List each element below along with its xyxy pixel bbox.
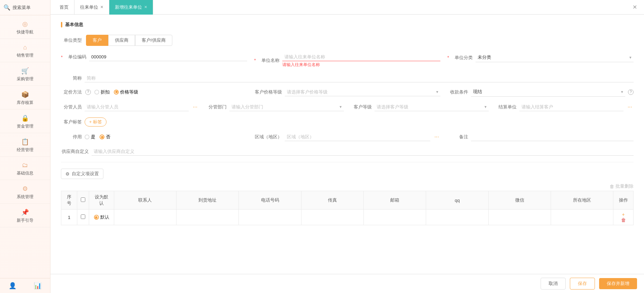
form-area: 基本信息 单位类型 客户 供应商 客户/供应商 * 单位编码 * 单位名: [50, 15, 644, 274]
gear-icon: ⚙: [65, 171, 70, 177]
price-level-input[interactable]: [285, 88, 435, 96]
row-address[interactable]: [176, 210, 239, 225]
col-region: 所在地区: [551, 191, 613, 210]
row-delete-btn[interactable]: 🗑: [621, 217, 626, 223]
cancel-button[interactable]: 取消: [541, 278, 566, 290]
tab-partners-close[interactable]: ✕: [100, 5, 103, 9]
save-new-button[interactable]: 保存并新增: [599, 278, 637, 289]
select-all-checkbox[interactable]: [81, 197, 85, 202]
name-input[interactable]: [282, 53, 440, 61]
row-email[interactable]: [363, 210, 426, 225]
email-input[interactable]: [367, 215, 422, 220]
table-row: 1 默认: [61, 210, 634, 225]
custom-settings-label: 自定义项设置: [72, 171, 99, 177]
settlement-dots-btn[interactable]: ···: [626, 104, 634, 110]
contact-input[interactable]: [118, 215, 173, 220]
supplier-custom-input[interactable]: [92, 147, 634, 156]
payment-help-icon[interactable]: ?: [628, 89, 634, 95]
purchase-icon: 🛒: [21, 67, 29, 75]
tab-partners[interactable]: 往来单位 ✕: [74, 0, 109, 15]
tab-home[interactable]: 首页: [54, 0, 74, 15]
disabled-yes[interactable]: 是: [85, 134, 95, 140]
col-contact: 联系人: [114, 191, 176, 210]
pricing-radio-group: 折扣 价格等级: [94, 89, 138, 95]
row-wechat[interactable]: [488, 210, 551, 225]
tab-new-partner-close[interactable]: ✕: [144, 5, 147, 9]
search-menu[interactable]: 🔍 搜索菜单: [0, 0, 50, 15]
code-input[interactable]: [89, 53, 247, 61]
region-input[interactable]: [285, 133, 430, 141]
customer-level-input[interactable]: [375, 103, 484, 111]
pricing-price-level[interactable]: 价格等级: [114, 89, 138, 95]
manager-input[interactable]: [85, 103, 189, 111]
category-value: 未分类: [476, 53, 629, 62]
sidebar-item-operations[interactable]: 📋 经营管理: [0, 133, 50, 157]
settings-icon[interactable]: 📊: [34, 282, 41, 290]
search-icon: 🔍: [3, 4, 10, 11]
department-arrow-icon: ▼: [339, 105, 343, 109]
row-contact[interactable]: [114, 210, 176, 225]
disabled-yes-label: 是: [91, 134, 95, 140]
row-add-btn[interactable]: +: [622, 212, 625, 217]
window-close-icon[interactable]: ✕: [629, 4, 641, 10]
manager-label: 分管人员: [61, 104, 82, 110]
row-select-checkbox[interactable]: [81, 214, 85, 219]
short-name-input[interactable]: [85, 74, 634, 82]
section-title-bar: [61, 22, 62, 27]
row-default-radio[interactable]: 默认: [93, 214, 110, 220]
tab-bar: 首页 往来单位 ✕ 新增往来单位 ✕ ✕: [50, 0, 644, 15]
row-phone[interactable]: [239, 210, 301, 225]
phone-input[interactable]: [242, 215, 297, 220]
sidebar-item-purchase[interactable]: 🛒 采购管理: [0, 62, 50, 86]
batch-delete-icon: 🗑: [610, 184, 614, 189]
pricing-help-icon[interactable]: ?: [85, 89, 91, 95]
batch-delete-btn[interactable]: 🗑 批量删除: [610, 183, 634, 189]
note-input[interactable]: [471, 133, 634, 141]
pricing-discount[interactable]: 折扣: [94, 89, 110, 95]
add-tag-btn[interactable]: + 标签: [85, 117, 107, 127]
save-button[interactable]: 保存: [570, 278, 595, 290]
settlement-input[interactable]: [519, 103, 623, 111]
department-input[interactable]: [229, 103, 339, 111]
col-email: 邮箱: [363, 191, 426, 210]
settlement-label: 结算单位: [496, 104, 517, 110]
sidebar-item-quick-nav[interactable]: ◎ 快捷导航: [0, 15, 50, 39]
tab-new-partner[interactable]: 新增往来单位 ✕: [109, 0, 153, 15]
sidebar-item-finance[interactable]: 🔒 资金管理: [0, 109, 50, 133]
unit-type-both[interactable]: 客户/供应商: [135, 35, 172, 46]
unit-type-supplier[interactable]: 供应商: [108, 35, 135, 46]
unit-type-customer[interactable]: 客户: [86, 35, 108, 46]
note-label: 备注: [447, 134, 468, 140]
batch-delete-label: 批量删除: [615, 183, 634, 189]
row-fax[interactable]: [301, 210, 363, 225]
region-dots-btn[interactable]: ···: [433, 134, 440, 140]
row-region[interactable]: [551, 210, 613, 225]
sidebar-item-guide[interactable]: 📌 新手引导: [0, 204, 50, 227]
disabled-no-dot: [101, 136, 103, 138]
user-icon[interactable]: 👤: [9, 282, 16, 290]
department-field: 分管部门 ▼: [206, 103, 344, 111]
payment-value: 现结: [471, 87, 620, 96]
manager-dots-btn[interactable]: ···: [191, 104, 199, 110]
unit-type-label: 单位类型: [61, 37, 82, 43]
tab-new-partner-label: 新增往来单位: [115, 4, 142, 10]
disabled-field: 停用 是 否: [61, 134, 247, 140]
quick-nav-icon: ◎: [22, 20, 28, 28]
wechat-input[interactable]: [492, 215, 547, 220]
fax-input[interactable]: [305, 215, 360, 220]
supplier-custom-field: 供应商自定义: [61, 147, 634, 156]
qq-input[interactable]: [430, 215, 485, 220]
sidebar-item-inventory-label: 库存核算: [17, 100, 33, 106]
row-qq[interactable]: [426, 210, 488, 225]
address-input[interactable]: [180, 215, 235, 220]
sidebar-item-system[interactable]: ⚙ 系统管理: [0, 180, 50, 204]
required-star-name: *: [254, 58, 256, 63]
disabled-no[interactable]: 否: [100, 134, 110, 140]
sidebar-item-basic[interactable]: 🗂 基础信息: [0, 157, 50, 180]
table-header-row: 序号 设为默认 联系人 到货地址 电话号码 传真 邮箱 qq 微信 所在地区 操…: [61, 191, 634, 210]
category-arrow-icon: ▼: [629, 56, 632, 59]
sidebar-item-inventory[interactable]: 📦 库存核算: [0, 86, 50, 109]
sidebar-item-sales[interactable]: ⌂ 销售管理: [0, 39, 50, 62]
region-row-input[interactable]: [555, 215, 610, 220]
custom-settings-btn[interactable]: ⚙ 自定义项设置: [61, 169, 103, 179]
